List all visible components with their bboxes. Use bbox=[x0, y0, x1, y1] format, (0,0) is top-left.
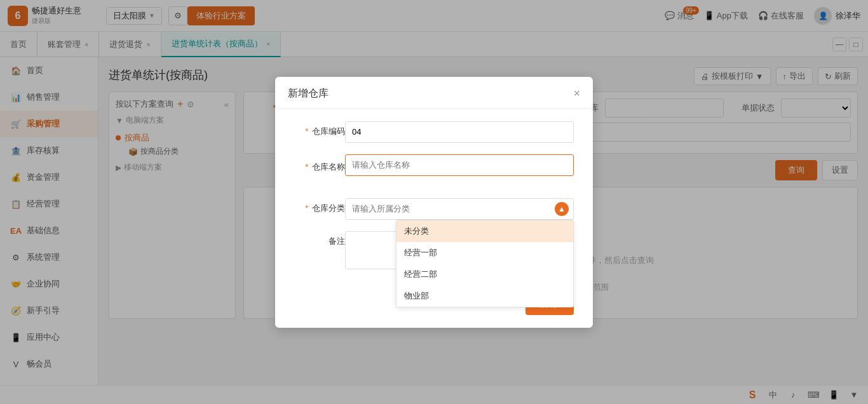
form-row-code: * 仓库编码 bbox=[294, 121, 574, 143]
modal-close-button[interactable]: × bbox=[573, 87, 580, 100]
modal-header: 新增仓库 × bbox=[275, 77, 593, 109]
form-row-category: * 仓库分类 ▲ 未分类 经营一部 经营二部 物业部 bbox=[294, 198, 574, 220]
modal-body: * 仓库编码 * 仓库名称 请输入仓库名称 * bbox=[275, 109, 593, 293]
modal-title: 新增仓库 bbox=[288, 87, 329, 100]
category-toggle-button[interactable]: ▲ bbox=[555, 202, 569, 216]
modal-overlay[interactable]: 新增仓库 × * 仓库编码 * 仓库名称 bbox=[0, 0, 868, 404]
dropdown-item-uncategorized[interactable]: 未分类 bbox=[397, 220, 573, 242]
code-input[interactable] bbox=[345, 121, 574, 143]
category-dropdown: 未分类 经营一部 经营二部 物业部 bbox=[396, 220, 574, 307]
chevron-up-icon: ▲ bbox=[558, 205, 566, 213]
note-label: 备注 bbox=[294, 231, 345, 247]
dropdown-item-dept1[interactable]: 经营一部 bbox=[397, 242, 573, 264]
dropdown-item-dept3[interactable]: 物业部 bbox=[397, 285, 573, 307]
category-input[interactable] bbox=[345, 198, 574, 220]
category-input-wrap: ▲ 未分类 经营一部 经营二部 物业部 bbox=[345, 198, 574, 220]
dropdown-item-dept2[interactable]: 经营二部 bbox=[397, 264, 573, 285]
form-row-name: * 仓库名称 请输入仓库名称 bbox=[294, 154, 574, 187]
name-label: * 仓库名称 bbox=[294, 157, 345, 173]
category-label: * 仓库分类 bbox=[294, 198, 345, 214]
modal-add-warehouse: 新增仓库 × * 仓库编码 * 仓库名称 bbox=[275, 77, 593, 328]
code-label: * 仓库编码 bbox=[294, 121, 345, 137]
name-input[interactable] bbox=[345, 154, 574, 176]
